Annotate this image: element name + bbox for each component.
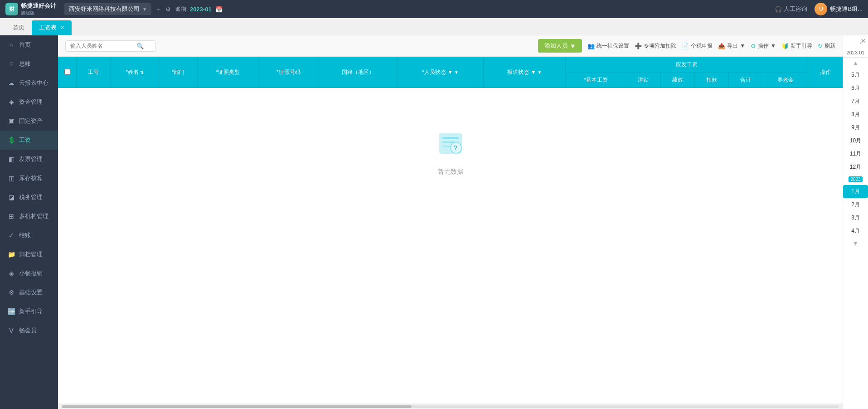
- empty-state: ? 暂无数据: [58, 88, 843, 212]
- sidebar-item-multi[interactable]: ⊞ 多机构管理: [0, 207, 58, 226]
- archive-icon: 📁: [7, 251, 15, 258]
- guide-action[interactable]: 🔰 新手引导: [781, 42, 812, 50]
- calendar-scroll-down[interactable]: ▼: [843, 238, 868, 248]
- sidebar-item-asset[interactable]: ▣ 固定资产: [0, 112, 58, 131]
- sidebar-item-ledger[interactable]: ≡ 总账: [0, 54, 58, 73]
- th-person-status[interactable]: *人员状态 ▼: [397, 57, 484, 88]
- tab-home[interactable]: 首页: [5, 20, 32, 35]
- header-right: 🎧 人工咨询 U 畅捷通B组...: [775, 3, 863, 15]
- sidebar-item-member[interactable]: V 畅会员: [0, 321, 58, 340]
- sidebar-item-expense-label: 小畅报销: [19, 269, 43, 278]
- month-4[interactable]: 4月: [843, 224, 868, 238]
- refresh-icon: ↻: [818, 43, 823, 49]
- month-12[interactable]: 12月: [843, 161, 868, 174]
- tax-report-icon: 📄: [682, 43, 689, 49]
- th-name[interactable]: *姓名: [111, 57, 159, 88]
- sidebar-item-close-label: 结账: [19, 231, 31, 239]
- month-2[interactable]: 2月: [843, 198, 868, 211]
- settings-icon[interactable]: ⚙: [165, 6, 171, 13]
- month-3[interactable]: 3月: [843, 211, 868, 224]
- close-panel-button[interactable]: ✕: [859, 35, 868, 46]
- toolbar-right: 添加人员 ▼ 👥 统一社保设置 ➕ 专项附加扣除 📄 个税申报 📤: [538, 39, 835, 53]
- guide-label: 新手引导: [790, 42, 812, 50]
- sidebar-item-home[interactable]: ⌂ 首页: [0, 35, 58, 54]
- sidebar-item-invoice[interactable]: ◧ 发票管理: [0, 150, 58, 169]
- report-icon: ☁: [7, 79, 15, 87]
- search-input[interactable]: [70, 43, 134, 49]
- user-area[interactable]: U 畅捷通B组...: [815, 3, 863, 15]
- panel-top-btns: ✕ ⤢: [843, 35, 868, 48]
- month-5[interactable]: 5月: [843, 68, 868, 82]
- sidebar-item-fund[interactable]: ◈ 资金管理: [0, 93, 58, 112]
- month-1[interactable]: 1月: [843, 185, 868, 198]
- operate-label: 操作: [758, 42, 769, 50]
- headset-icon: 🎧: [775, 6, 782, 13]
- guide-icon: 🆕: [7, 308, 15, 315]
- tab-salary[interactable]: 工资表 ✕: [32, 20, 72, 35]
- sidebar-item-guide[interactable]: 🆕 新手引导: [0, 302, 58, 321]
- scroll-bar-thumb[interactable]: [62, 405, 412, 408]
- sidebar-item-salary[interactable]: 💲 工资: [0, 131, 58, 150]
- sidebar-item-expense[interactable]: ◈ 小畅报销: [0, 264, 58, 283]
- sidebar-item-close[interactable]: ✓ 结账: [0, 226, 58, 245]
- sidebar-item-salary-label: 工资: [19, 136, 31, 144]
- asset-icon: ▣: [7, 117, 15, 125]
- table-wrap: 工号 *姓名 *部门 *证照类型 *证照号码 国籍（地区） *人员状态 ▼ 报送…: [58, 57, 843, 404]
- support-button[interactable]: 🎧 人工咨询: [775, 5, 807, 13]
- guide-toolbar-icon: 🔰: [781, 43, 789, 49]
- sidebar-item-inventory[interactable]: ◫ 库存核算: [0, 169, 58, 188]
- salary-icon: 💲: [7, 136, 15, 144]
- month-11[interactable]: 11月: [843, 147, 868, 161]
- tab-salary-label: 工资表: [39, 24, 57, 32]
- tab-salary-close[interactable]: ✕: [60, 25, 64, 31]
- sidebar-item-archive-label: 归档管理: [19, 250, 43, 258]
- content-area: 🔍 添加人员 ▼ 👥 统一社保设置 ➕ 专项附加扣除 📄 个税申报: [58, 35, 843, 409]
- company-selector[interactable]: 西安虾米网络科技有限公司 ▼: [64, 3, 151, 15]
- calendar-icon[interactable]: 📅: [215, 6, 223, 13]
- operate-icon: ⚙: [751, 43, 756, 49]
- logo-icon: 财: [5, 3, 18, 15]
- export-action[interactable]: 📤 导出 ▼: [718, 42, 745, 50]
- tab-home-label: 首页: [13, 24, 24, 32]
- refresh-action[interactable]: ↻ 刷新: [818, 42, 835, 50]
- tax-report-action[interactable]: 📄 个税申报: [682, 42, 713, 50]
- app-sub: 旗舰版: [21, 10, 56, 16]
- th-number: 工号: [77, 57, 111, 88]
- th-pension: 养老金: [763, 73, 808, 88]
- user-avatar: U: [815, 3, 827, 15]
- month-6[interactable]: 6月: [843, 82, 868, 95]
- empty-text: 暂无数据: [438, 168, 463, 176]
- year-2023-badge: 2023: [849, 174, 862, 185]
- social-label: 统一社保设置: [596, 42, 629, 50]
- month-8[interactable]: 8月: [843, 108, 868, 121]
- th-id-no: *证照号码: [258, 57, 319, 88]
- add-person-button[interactable]: 添加人员 ▼: [538, 39, 582, 53]
- th-report-status[interactable]: 报送状态 ▼: [484, 57, 566, 88]
- month-9[interactable]: 9月: [843, 121, 868, 134]
- month-10[interactable]: 10月: [843, 134, 868, 147]
- sidebar-item-member-label: 畅会员: [19, 326, 37, 335]
- svg-text:?: ?: [454, 144, 457, 151]
- invoice-icon: ◧: [7, 156, 15, 163]
- add-company-icon[interactable]: ＋: [156, 5, 162, 13]
- month-7[interactable]: 7月: [843, 95, 868, 108]
- extra-deduction-action[interactable]: ➕ 专项附加扣除: [635, 42, 676, 50]
- th-base-salary: *基本工资: [566, 73, 626, 88]
- select-all-checkbox[interactable]: [64, 69, 70, 75]
- sidebar-item-report[interactable]: ☁ 云报表中心: [0, 73, 58, 93]
- sidebar-item-tax[interactable]: ◪ 税务管理: [0, 188, 58, 207]
- calendar-header-date: 2023.01: [847, 50, 865, 55]
- svg-rect-1: [442, 137, 459, 139]
- sidebar-item-settings[interactable]: ⚙ 基础设置: [0, 283, 58, 302]
- add-dropdown-icon: ▼: [570, 43, 576, 49]
- social-icon: 👥: [587, 43, 595, 49]
- calendar-header: 2023.01: [843, 48, 868, 58]
- sidebar-item-archive[interactable]: 📁 归档管理: [0, 245, 58, 264]
- calendar-scroll-up[interactable]: ▲: [843, 58, 868, 68]
- company-dropdown-icon: ▼: [142, 7, 147, 12]
- scroll-bar-track[interactable]: [62, 405, 839, 408]
- multi-icon: ⊞: [7, 213, 15, 220]
- social-settings-action[interactable]: 👥 统一社保设置: [587, 42, 629, 50]
- th-checkbox: [58, 57, 77, 88]
- operate-action[interactable]: ⚙ 操作 ▼: [751, 42, 776, 50]
